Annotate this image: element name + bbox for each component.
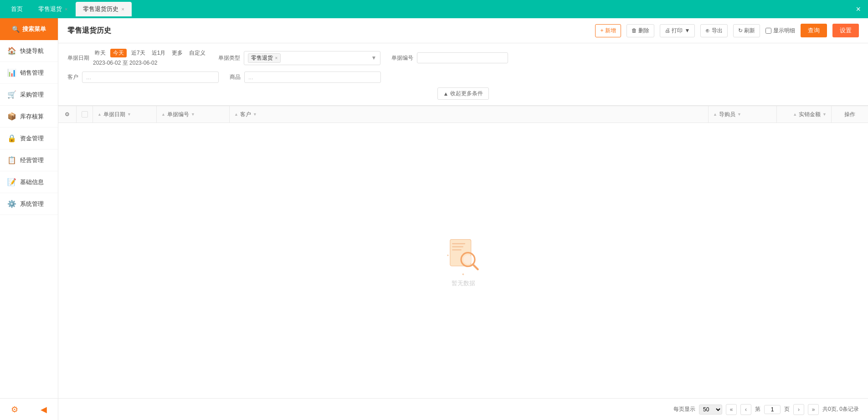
sort-icon-guide-asc: ▲ — [713, 112, 717, 117]
sidebar-item-system-mgmt[interactable]: ⚙️ 系统管理 — [0, 193, 58, 215]
sidebar-item-quick-nav[interactable]: 🏠 快捷导航 — [0, 40, 58, 62]
filter-type-value: 零售退货 — [251, 54, 273, 62]
inventory-icon: 📦 — [7, 112, 16, 121]
sort-icon-date-desc: ▼ — [127, 112, 131, 117]
date-option-1month[interactable]: 近1月 — [150, 49, 168, 57]
filter-type-wrapper[interactable]: 零售退货 × ▼ — [244, 51, 380, 65]
collapse-filter-label: 收起更多条件 — [450, 90, 483, 97]
system-icon: ⚙️ — [7, 200, 16, 208]
sidebar-item-purchase-mgmt[interactable]: 🛒 采购管理 — [0, 84, 58, 106]
export-button[interactable]: ⊕ 导出 — [700, 24, 727, 37]
date-option-custom[interactable]: 自定义 — [187, 49, 207, 57]
query-button-label: 查询 — [808, 26, 820, 35]
tab-retail-return[interactable]: 零售退货 × — [31, 2, 75, 16]
show-detail-checkbox[interactable] — [765, 28, 771, 34]
th-action: 操作 — [832, 106, 868, 123]
filter-goods-wrapper[interactable]: ... — [244, 72, 381, 83]
filter-date-item: 单据日期 昨天 今天 近7天 近1月 更多 自定义 2023-06-02 至 2… — [67, 49, 207, 67]
th-amount-label: 实销金额 — [799, 111, 821, 118]
sidebar-menu: 🏠 快捷导航 📊 销售管理 🛒 采购管理 📦 库存核算 🔒 资金管理 📋 — [0, 40, 58, 398]
th-amount[interactable]: ▲ 实销金额 ▼ — [777, 106, 832, 123]
settings-button[interactable]: 设置 — [832, 24, 859, 37]
delete-button[interactable]: 🗑 删除 — [627, 24, 654, 37]
svg-point-5 — [463, 255, 473, 264]
page-unit: 页 — [784, 405, 790, 413]
filter-area: 单据日期 昨天 今天 近7天 近1月 更多 自定义 2023-06-02 至 2… — [58, 43, 868, 106]
first-page-icon: « — [730, 406, 733, 413]
prev-page-button[interactable]: ‹ — [740, 404, 751, 415]
collapse-filter-button[interactable]: ▲ 收起更多条件 — [437, 87, 489, 100]
page-size-select[interactable]: 50 10 20 100 — [699, 405, 722, 415]
collapse-sidebar-icon[interactable]: ◀ — [41, 405, 47, 415]
svg-rect-2 — [452, 246, 463, 248]
date-option-more[interactable]: 更多 — [170, 49, 185, 57]
search-icon: 🔍 — [12, 26, 20, 33]
page-number-input[interactable] — [764, 405, 781, 414]
sidebar-item-inventory-calc[interactable]: 📦 库存核算 — [0, 106, 58, 128]
settings-bottom-icon[interactable]: ⚙ — [11, 405, 18, 415]
table-settings-icon: ⚙ — [65, 111, 70, 118]
next-page-button[interactable]: › — [793, 404, 804, 415]
th-guide-label: 导购员 — [719, 111, 735, 118]
print-button-label: 🖨 打印 — [665, 27, 683, 35]
export-button-label: ⊕ 导出 — [705, 27, 722, 35]
query-button[interactable]: 查询 — [801, 24, 827, 37]
date-option-7days[interactable]: 近7天 — [129, 49, 147, 57]
filter-number-input[interactable] — [417, 52, 508, 63]
sidebar-search[interactable]: 🔍 搜索菜单 — [0, 18, 58, 40]
prev-page-icon: ‹ — [745, 406, 747, 413]
th-guide[interactable]: ▲ 导购员 ▼ — [709, 106, 777, 123]
sort-icon-amount-asc: ▲ — [793, 112, 797, 117]
new-button-label: + 新增 — [600, 27, 616, 35]
filter-type-dropdown-icon: ▼ — [371, 55, 376, 61]
filter-customer-wrapper[interactable]: ... — [82, 72, 219, 83]
th-date-label: 单据日期 — [103, 111, 125, 118]
sidebar: 🔍 搜索菜单 🏠 快捷导航 📊 销售管理 🛒 采购管理 📦 库存核算 🔒 — [0, 18, 58, 420]
content-area: 零售退货历史 + 新增 🗑 删除 🖨 打印 ▼ ⊕ 导出 ↻ 刷新 — [58, 18, 868, 420]
svg-rect-3 — [452, 249, 462, 251]
date-option-yesterday[interactable]: 昨天 — [93, 49, 108, 57]
main-layout: 🔍 搜索菜单 🏠 快捷导航 📊 销售管理 🛒 采购管理 📦 库存核算 🔒 — [0, 18, 868, 420]
th-settings[interactable]: ⚙ — [58, 106, 77, 123]
new-button[interactable]: + 新增 — [595, 24, 621, 37]
select-all-checkbox[interactable] — [82, 111, 88, 118]
first-page-button[interactable]: « — [726, 404, 737, 415]
sort-icon-customer-asc: ▲ — [234, 112, 238, 117]
filter-type-tag-close[interactable]: × — [275, 56, 277, 61]
sidebar-item-sales-mgmt[interactable]: 📊 销售管理 — [0, 62, 58, 84]
refresh-button[interactable]: ↻ 刷新 — [733, 24, 760, 37]
window-close-button[interactable]: × — [852, 5, 864, 14]
sidebar-item-operation-label: 经营管理 — [20, 156, 44, 164]
filter-number-item: 单据编号 — [391, 52, 508, 63]
th-checkbox[interactable] — [77, 106, 93, 123]
svg-rect-1 — [452, 243, 465, 245]
sidebar-item-basic-info[interactable]: 📝 基础信息 — [0, 171, 58, 193]
th-date[interactable]: ▲ 单据日期 ▼ — [93, 106, 157, 123]
tab-retail-return-close[interactable]: × — [65, 6, 67, 12]
tab-retail-return-history[interactable]: 零售退货历史 × — [76, 2, 131, 16]
sort-icon-number-asc: ▲ — [161, 112, 165, 117]
page-label: 第 — [755, 405, 760, 413]
th-number[interactable]: ▲ 单据编号 ▼ — [157, 106, 230, 123]
sort-icon-date-asc: ▲ — [98, 112, 102, 117]
sort-icon-amount-desc: ▼ — [822, 112, 827, 117]
th-customer-label: 客户 — [240, 111, 251, 118]
empty-state: ✦ ✦ 暂无数据 — [58, 123, 868, 398]
sidebar-item-operation-mgmt[interactable]: 📋 经营管理 — [0, 149, 58, 171]
filter-type-tag: 零售退货 × — [248, 53, 281, 63]
tab-retail-return-history-close[interactable]: × — [121, 6, 124, 12]
filter-row-1: 单据日期 昨天 今天 近7天 近1月 更多 自定义 2023-06-02 至 2… — [67, 49, 859, 67]
sidebar-item-finance-mgmt[interactable]: 🔒 资金管理 — [0, 128, 58, 149]
sidebar-bottom: ⚙ ◀ — [0, 398, 58, 420]
last-page-icon: » — [812, 406, 815, 413]
quick-nav-icon: 🏠 — [7, 46, 16, 55]
date-option-today[interactable]: 今天 — [110, 49, 127, 57]
refresh-button-label: ↻ 刷新 — [738, 27, 755, 35]
last-page-button[interactable]: » — [808, 404, 819, 415]
print-button[interactable]: 🖨 打印 ▼ — [660, 24, 695, 37]
tab-home[interactable]: 首页 — [4, 2, 30, 16]
page-header: 零售退货历史 + 新增 🗑 删除 🖨 打印 ▼ ⊕ 导出 ↻ 刷新 — [58, 18, 868, 43]
sort-icon-guide-desc: ▼ — [737, 112, 741, 117]
svg-text:✦: ✦ — [446, 254, 449, 257]
th-customer[interactable]: ▲ 客户 ▼ — [230, 106, 709, 123]
